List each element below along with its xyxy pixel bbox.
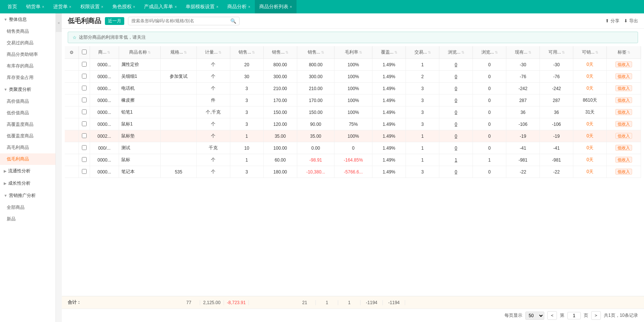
row-checkbox-8[interactable] bbox=[79, 154, 90, 166]
nav-home[interactable]: 首页 bbox=[3, 0, 22, 13]
row-browse1-5[interactable]: 0 bbox=[439, 118, 473, 130]
row-browse1-0[interactable]: 0 bbox=[439, 59, 473, 71]
col-sales-price[interactable]: 销售...⇅ bbox=[263, 46, 297, 59]
row-browse1-8[interactable]: 1 bbox=[439, 154, 473, 166]
row-checkbox-6[interactable] bbox=[79, 130, 90, 142]
sidebar-item-low-coverage[interactable]: 低覆盖度商品 bbox=[0, 130, 55, 142]
sidebar-item-low-value[interactable]: 低价值商品 bbox=[0, 107, 55, 119]
col-transaction[interactable]: 交易...⇅ bbox=[406, 46, 439, 59]
col-browse1[interactable]: 浏览...⇅ bbox=[439, 46, 473, 59]
sidebar-collapse-button[interactable]: « bbox=[56, 13, 62, 32]
row-select-3[interactable] bbox=[82, 98, 87, 102]
col-browse2[interactable]: 浏览...⇅ bbox=[473, 46, 506, 59]
nav-goods-list-close[interactable]: × bbox=[290, 5, 292, 9]
filter-tag-recent-month[interactable]: 近一月 bbox=[105, 17, 124, 25]
row-select-6[interactable] bbox=[82, 133, 87, 138]
sidebar-group-circulation[interactable]: ▶ 流通性分析 bbox=[0, 165, 55, 177]
nav-purchase-close[interactable]: × bbox=[69, 5, 71, 9]
nav-purchase-order[interactable]: 进货单 × bbox=[49, 0, 76, 13]
row-name-1[interactable]: 吴细细1 bbox=[119, 71, 161, 83]
sidebar-group-marketing[interactable]: ▼ 营销推广分析 bbox=[0, 189, 55, 202]
row-select-1[interactable] bbox=[82, 74, 87, 79]
row-name-5[interactable]: 鼠标1 bbox=[119, 118, 161, 130]
row-select-4[interactable] bbox=[82, 109, 87, 114]
col-gross-margin[interactable]: 毛利率⇅ bbox=[334, 46, 372, 59]
row-name-3[interactable]: 橡皮擦 bbox=[119, 95, 161, 106]
row-browse1-7[interactable]: 0 bbox=[439, 142, 473, 154]
row-name-0[interactable]: 属性定价 bbox=[119, 59, 161, 71]
prev-page-button[interactable]: ＜ bbox=[547, 311, 557, 320]
col-tag[interactable]: 标签⇅ bbox=[607, 46, 641, 59]
row-name-9[interactable]: 笔记本 bbox=[119, 166, 161, 178]
col-settings[interactable]: ⚙ bbox=[65, 46, 79, 59]
col-select-all[interactable] bbox=[79, 46, 90, 59]
row-select-9[interactable] bbox=[82, 169, 87, 174]
row-name-6[interactable]: 鼠标垫 bbox=[119, 130, 161, 142]
nav-goods-analysis-list[interactable]: 商品分析列表 × bbox=[255, 0, 297, 13]
row-name-2[interactable]: 电话机 bbox=[119, 83, 161, 95]
sidebar-item-category-sales-rate[interactable]: 商品分类助销率 bbox=[0, 49, 55, 60]
row-checkbox-9[interactable] bbox=[79, 166, 90, 178]
sidebar-item-low-margin[interactable]: 低毛利商品 bbox=[0, 153, 55, 165]
row-checkbox-0[interactable] bbox=[79, 59, 90, 71]
nav-sales-order-close[interactable]: × bbox=[42, 5, 44, 9]
row-browse1-1[interactable]: 0 bbox=[439, 71, 473, 83]
search-box[interactable]: 🔍 bbox=[128, 17, 240, 25]
sidebar-group-overview[interactable]: ▼ 整体信息 bbox=[0, 13, 55, 26]
sidebar-item-high-coverage[interactable]: 高覆盖度商品 bbox=[0, 119, 55, 130]
row-browse1-6[interactable]: 0 bbox=[439, 130, 473, 142]
sidebar-item-all-goods[interactable]: 全部商品 bbox=[0, 202, 55, 213]
nav-goods-close[interactable]: × bbox=[248, 5, 250, 9]
col-coverage[interactable]: 覆盖...⇅ bbox=[372, 46, 406, 59]
col-code[interactable]: 商...⇅ bbox=[90, 46, 119, 59]
col-sellable[interactable]: 可销...⇅ bbox=[573, 46, 607, 59]
row-select-5[interactable] bbox=[82, 121, 87, 126]
col-unit[interactable]: 计量...⇅ bbox=[196, 46, 230, 59]
sidebar-item-new-goods[interactable]: 新品 bbox=[0, 213, 55, 225]
col-available[interactable]: 可用...⇅ bbox=[540, 46, 573, 59]
sidebar-item-in-stock-goods[interactable]: 有库存的商品 bbox=[0, 60, 55, 72]
row-name-8[interactable]: 鼠标 bbox=[119, 154, 161, 166]
sidebar-item-sales-goods[interactable]: 销售类商品 bbox=[0, 26, 55, 37]
row-name-4[interactable]: 铅笔1 bbox=[119, 106, 161, 118]
row-browse1-4[interactable]: 0 bbox=[439, 106, 473, 118]
row-checkbox-3[interactable] bbox=[79, 95, 90, 106]
row-checkbox-4[interactable] bbox=[79, 106, 90, 118]
nav-role-close[interactable]: × bbox=[133, 5, 135, 9]
export-button[interactable]: ⬇ 导出 bbox=[624, 18, 638, 24]
page-size-select[interactable]: 50 10 20 100 bbox=[525, 312, 544, 320]
nav-permission-close[interactable]: × bbox=[101, 5, 103, 9]
sidebar-item-high-value[interactable]: 高价值商品 bbox=[0, 96, 55, 107]
col-sales-qty[interactable]: 销售...⇅ bbox=[230, 46, 263, 59]
row-select-8[interactable] bbox=[82, 157, 87, 162]
col-spec[interactable]: 规格...⇅ bbox=[161, 46, 196, 59]
col-name[interactable]: 商品名称⇅ bbox=[119, 46, 161, 59]
sidebar-group-cluster[interactable]: ▼ 类聚度分析 bbox=[0, 83, 55, 96]
nav-product-close[interactable]: × bbox=[174, 5, 177, 9]
row-checkbox-7[interactable] bbox=[79, 142, 90, 154]
search-input[interactable] bbox=[131, 18, 230, 23]
nav-template-close[interactable]: × bbox=[216, 5, 218, 9]
sidebar-group-growth[interactable]: ▶ 成长性分析 bbox=[0, 177, 55, 189]
row-browse1-3[interactable]: 0 bbox=[439, 95, 473, 106]
select-all-checkbox[interactable] bbox=[82, 50, 87, 54]
sidebar-item-inventory-capital[interactable]: 库存资金占用 bbox=[0, 72, 55, 83]
share-button[interactable]: ⬆ 分享 bbox=[605, 18, 619, 24]
sidebar-item-high-margin[interactable]: 高毛利商品 bbox=[0, 142, 55, 153]
nav-template-settings[interactable]: 单据模板设置 × bbox=[181, 0, 223, 13]
sidebar-item-traded-goods[interactable]: 交易过的商品 bbox=[0, 37, 55, 49]
next-page-button[interactable]: ＞ bbox=[591, 311, 601, 320]
row-checkbox-1[interactable] bbox=[79, 71, 90, 83]
row-select-2[interactable] bbox=[82, 86, 87, 90]
row-select-0[interactable] bbox=[82, 62, 87, 67]
nav-permission-settings[interactable]: 权限设置 × bbox=[76, 0, 108, 13]
page-number-input[interactable] bbox=[567, 312, 581, 319]
row-checkbox-5[interactable] bbox=[79, 118, 90, 130]
row-browse1-9[interactable]: 0 bbox=[439, 166, 473, 178]
col-sales-amount[interactable]: 销售...⇅ bbox=[297, 46, 334, 59]
nav-goods-analysis[interactable]: 商品分析 × bbox=[223, 0, 255, 13]
nav-role-auth[interactable]: 角色授权 × bbox=[108, 0, 140, 13]
row-name-7[interactable]: 测试 bbox=[119, 142, 161, 154]
row-checkbox-2[interactable] bbox=[79, 83, 90, 95]
nav-product-instock[interactable]: 产成品入库单 × bbox=[140, 0, 181, 13]
